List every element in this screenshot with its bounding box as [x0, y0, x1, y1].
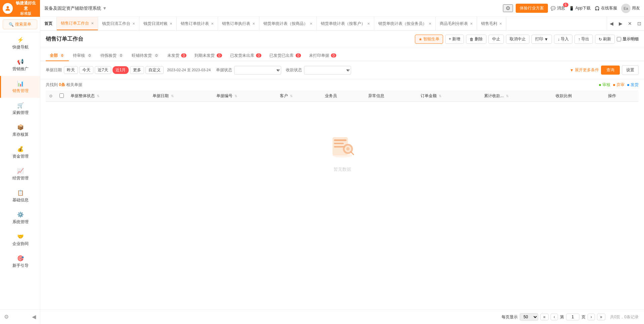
cancel-stop-button[interactable]: 取消中止 [506, 35, 529, 44]
tab-close-sales-exec[interactable]: ✕ [252, 22, 255, 26]
stop-button[interactable]: 中止 [488, 35, 504, 44]
sidebar-item-guide[interactable]: 🎯 新手引导 [0, 251, 40, 273]
export-button[interactable]: ↑ 导出 [574, 35, 593, 44]
tab-gross-profit[interactable]: 商品毛利分析表 ✕ [436, 17, 477, 30]
tab-close-sales-workbench[interactable]: ✕ [91, 22, 94, 25]
th-ratio[interactable]: 收款比例 [552, 90, 605, 102]
th-amount[interactable]: 订单金额 ⇅ [417, 90, 481, 102]
show-detail-checkbox[interactable] [617, 37, 621, 41]
sort-collected-icon: ⇅ [506, 94, 509, 98]
last-page-btn[interactable]: » [597, 314, 605, 320]
experience-btn[interactable]: 体验行业方案 [516, 4, 548, 13]
th-customer[interactable]: 客户 ⇅ [276, 90, 321, 102]
tab-sales-summary-customer[interactable]: 销货单统计表（按客户） ✕ [317, 17, 374, 30]
tab-close-summary-product[interactable]: ✕ [310, 22, 312, 26]
sub-tab-all[interactable]: 全部 0 [46, 51, 69, 61]
sidebar-item-finance[interactable]: 💰 资金管理 [0, 141, 40, 163]
sidebar-item-quick-nav[interactable]: ⚡ 快捷导航 [0, 32, 40, 54]
tab-close-sales-more[interactable]: ✕ [499, 22, 502, 26]
tab-expand[interactable]: ⊡ [635, 17, 644, 30]
filter-more-btn[interactable]: 更多 [130, 66, 144, 74]
tab-sales-exec[interactable]: 销售订单执行表 ✕ [218, 17, 259, 30]
sidebar-item-enterprise[interactable]: 🤝 企业协同 [0, 229, 40, 251]
th-date[interactable]: 单据日期 ⇅ [149, 90, 213, 102]
tab-close-cash-reconcile[interactable]: ✕ [170, 22, 172, 26]
collapse-sidebar-button[interactable]: ◀ [31, 312, 37, 321]
import-button[interactable]: ↓ 导入 [554, 35, 572, 44]
filter-payment-select[interactable] [304, 66, 351, 75]
tab-sales-summary-staff[interactable]: 销货单统计表（按业务员） ✕ [374, 17, 436, 30]
ship-action-btn[interactable]: 发货 [627, 82, 639, 88]
svg-rect-3 [334, 139, 347, 141]
tab-close-gross-profit[interactable]: ✕ [470, 22, 473, 26]
sub-tab-not-shipped[interactable]: 未发货 0 [163, 51, 190, 61]
tab-home[interactable]: 首页 [40, 17, 57, 30]
th-number[interactable]: 单据编号 ⇅ [213, 90, 276, 102]
filter-7days-btn[interactable]: 近7天 [95, 66, 111, 74]
filter-yesterday-btn[interactable]: 昨天 [64, 66, 78, 74]
filter-1month-btn[interactable]: 近1月 [113, 66, 129, 74]
first-page-btn[interactable]: « [540, 314, 549, 320]
select-all-checkbox[interactable] [59, 93, 64, 98]
filter-today-btn[interactable]: 今天 [79, 66, 93, 74]
tab-sales-summary-product[interactable]: 销货单统计表（按商品） ✕ [259, 17, 317, 30]
print-button[interactable]: 打印 ▼ [531, 35, 552, 44]
th-checkbox[interactable] [56, 90, 67, 102]
online-service-btn[interactable]: 🎧 在线客服 [595, 5, 617, 11]
th-collected[interactable]: 累计收款... ⇅ [481, 90, 552, 102]
sidebar-item-operations[interactable]: 📈 经营管理 [0, 163, 40, 185]
tab-close-sales-stat[interactable]: ✕ [211, 22, 214, 26]
sidebar-item-marketing[interactable]: 📢 营销推广 [0, 54, 40, 76]
message-btn[interactable]: 💬 6 消息 [551, 5, 565, 11]
sidebar-item-system[interactable]: ⚙️ 系统管理 [0, 207, 40, 229]
filter-setting-button[interactable]: 设置 [622, 65, 639, 75]
prev-page-btn[interactable]: ‹ [551, 314, 558, 320]
tab-sales-workbench[interactable]: 销售订单工作台 ✕ [57, 17, 98, 30]
sidebar-item-sales[interactable]: 📊 销售管理 [0, 76, 40, 98]
settings-bottom-button[interactable]: ⚙ [3, 312, 10, 321]
tab-close-summary-staff[interactable]: ✕ [429, 22, 431, 26]
sub-tab-shipped-not-out[interactable]: 已发货未出库 0 [226, 51, 265, 61]
sidebar-item-purchase[interactable]: 🛒 采购管理 [0, 98, 40, 120]
page-size-select[interactable]: 20 50 100 [520, 313, 538, 321]
page-number-input[interactable] [566, 314, 579, 320]
sub-tab-pending-review[interactable]: 待审核 0 [69, 51, 96, 61]
next-page-btn[interactable]: › [588, 314, 595, 320]
sidebar-item-inventory[interactable]: 📦 库存核算 [0, 120, 40, 141]
sub-tab-shipped-out[interactable]: 已发货已出库 0 [265, 51, 305, 61]
app-download-btn[interactable]: 📱 App下载 [569, 5, 591, 11]
refresh-button[interactable]: ↻ 刷新 [595, 35, 615, 44]
tab-close-summary-customer[interactable]: ✕ [367, 22, 370, 26]
user-menu-btn[interactable]: Ea 用友 [621, 4, 640, 13]
tab-scroll-left[interactable]: ◀ [607, 17, 616, 30]
tab-sales-more[interactable]: 销售毛利 ✕ [477, 17, 506, 30]
th-status[interactable]: 单据整体状态 ⇅ [67, 90, 149, 102]
sub-tab-wangpu[interactable]: 旺铺待发货 0 [128, 51, 163, 61]
tab-close-all[interactable]: ✕ [625, 17, 635, 30]
delete-button[interactable]: 🗑 删除 [466, 35, 486, 44]
tab-cash-daily[interactable]: 钱货日清工作台 ✕ [98, 17, 139, 30]
tab-cash-reconcile[interactable]: 钱货日清对账 ✕ [139, 17, 177, 30]
sub-tab-not-printed[interactable]: 未打印单据 0 [305, 51, 340, 61]
sidebar-item-base[interactable]: 📋 基础信息 [0, 185, 40, 207]
smart-create-button[interactable]: ★ 智能生单 [415, 35, 443, 44]
tab-scroll-right[interactable]: ▶ [616, 17, 625, 30]
tab-sales-stat[interactable]: 销售订单统计表 ✕ [177, 17, 218, 30]
search-menu-button[interactable]: 🔍 搜索菜单 [3, 19, 37, 29]
sub-tab-expired-not-shipped[interactable]: 到期未发货 0 [190, 51, 226, 61]
filter-custom-btn[interactable]: 自定义 [145, 66, 164, 74]
show-detail-checkbox-label[interactable]: 显示明细 [617, 36, 639, 42]
tab-close-cash-daily[interactable]: ✕ [132, 22, 135, 26]
review-action-btn[interactable]: 审核 [599, 82, 610, 88]
filter-expand-button[interactable]: ▼ 展开更多条件 [570, 67, 599, 73]
th-gear[interactable]: ⚙ [46, 90, 56, 102]
header-settings-button[interactable]: ⚙ [503, 4, 513, 12]
query-button[interactable]: 查询 [601, 66, 620, 75]
th-exception[interactable]: 异常信息 [365, 90, 417, 102]
filter-status-select[interactable] [234, 66, 281, 75]
th-staff[interactable]: 业务员 [321, 90, 365, 102]
add-button[interactable]: + 新增 [445, 35, 464, 44]
sub-tab-pending-check[interactable]: 待拣验货 0 [96, 51, 128, 61]
cancel-review-action-btn[interactable]: 弃审 [613, 82, 625, 88]
base-icon: 📋 [17, 189, 24, 196]
